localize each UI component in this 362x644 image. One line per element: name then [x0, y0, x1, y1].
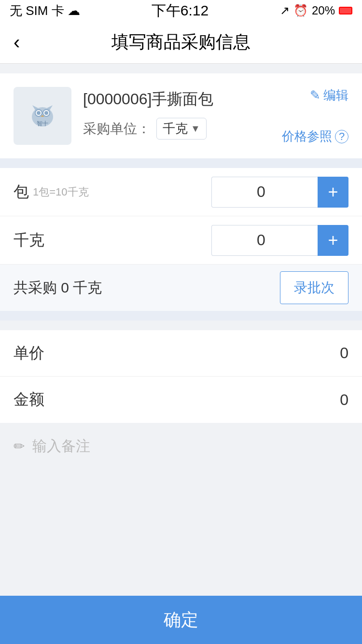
status-left: 无 SIM 卡 ☁ [10, 2, 80, 19]
bao-input-controls: + [211, 177, 348, 208]
unit-select[interactable]: 千克 ▼ [156, 118, 207, 140]
unit-price-label: 单价 [14, 343, 44, 364]
battery-percent: 20% [312, 4, 335, 17]
product-name: [0000006]手撕面包 [83, 89, 348, 110]
chevron-down-icon: ▼ [191, 123, 200, 134]
confirm-label: 确定 [164, 608, 198, 632]
status-right: ↗ ⏰ 20% [280, 4, 352, 17]
bao-input-section: 包 1包=10千克 + 千克 + [0, 168, 362, 265]
svg-point-3 [37, 111, 41, 115]
sim-status: 无 SIM 卡 ☁ [10, 2, 80, 19]
location-icon: ↗ [280, 4, 290, 17]
pencil-icon: ✏ [14, 438, 25, 454]
help-icon: ? [335, 130, 348, 143]
kg-input[interactable] [211, 225, 318, 256]
status-bar: 无 SIM 卡 ☁ 下午6:12 ↗ ⏰ 20% [0, 0, 362, 21]
unit-price-row: 单价 0 [0, 330, 362, 377]
bao-sub-label: 1包=10千克 [33, 185, 89, 199]
note-section: ✏ 输入备注 [0, 423, 362, 568]
product-logo-icon: 智十 [26, 101, 59, 128]
price-ref-button[interactable]: 价格参照 ? [282, 128, 348, 145]
bao-plus-button[interactable]: + [318, 177, 348, 208]
section-divider-2 [0, 311, 362, 321]
unit-value: 千克 [163, 120, 188, 137]
product-card: 智十 [0000006]手撕面包 采购单位： 千克 ▼ ✎ 编辑 价格参照 ? [0, 73, 362, 158]
bao-input[interactable] [211, 177, 318, 208]
unit-label: 采购单位： [83, 120, 151, 138]
unit-price-value: 0 [340, 344, 348, 362]
kg-plus-button[interactable]: + [318, 225, 348, 256]
amount-row: 金额 0 [0, 377, 362, 423]
bao-input-row: 包 1包=10千克 + [0, 168, 362, 216]
back-arrow-icon: ‹ [14, 31, 20, 53]
nav-bar: ‹ 填写商品采购信息 [0, 21, 362, 64]
kg-label: 千克 [14, 230, 44, 251]
summary-text: 共采购 0 千克 [14, 278, 102, 298]
note-placeholder: 输入备注 [32, 436, 90, 456]
svg-text:智十: 智十 [37, 120, 48, 127]
back-button[interactable]: ‹ [14, 31, 20, 53]
alarm-icon: ⏰ [293, 4, 308, 17]
edit-button[interactable]: ✎ 编辑 [310, 87, 348, 104]
edit-icon: ✎ [310, 88, 320, 103]
battery-icon [339, 7, 352, 14]
summary-row: 共采购 0 千克 录批次 [0, 265, 362, 311]
status-time: 下午6:12 [152, 1, 209, 21]
amount-label: 金额 [14, 389, 44, 410]
price-section: 单价 0 金额 0 [0, 330, 362, 423]
amount-value: 0 [340, 391, 348, 409]
bao-label: 包 [14, 182, 29, 203]
note-input-area[interactable]: ✏ 输入备注 [14, 436, 348, 456]
section-divider-1 [0, 158, 362, 168]
kg-input-row: 千克 + [0, 216, 362, 265]
edit-label: 编辑 [323, 87, 348, 104]
svg-point-4 [44, 111, 48, 115]
price-ref-label: 价格参照 [282, 128, 332, 145]
kg-input-controls: + [211, 225, 348, 256]
page-title: 填写商品采购信息 [111, 30, 251, 54]
batch-button[interactable]: 录批次 [280, 271, 348, 304]
confirm-button[interactable]: 确定 [0, 596, 362, 644]
product-image: 智十 [14, 87, 71, 145]
